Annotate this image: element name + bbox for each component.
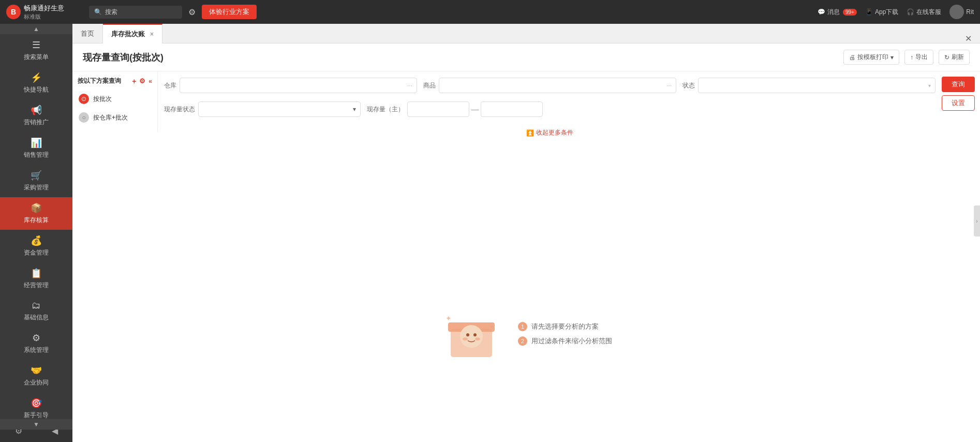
app-title: 畅康通好生意 [24,4,64,13]
phone-icon: 📱 [865,8,873,16]
step1-text: 请先选择要分析的方案 [531,322,599,331]
scheme-by-batch[interactable]: ⊙ 按批次 [72,90,157,108]
status-input[interactable]: ▾ [698,78,936,93]
inventory-status-input[interactable]: ▾ [198,101,361,117]
search-menu-icon: ☰ [32,39,40,51]
sidebar-item-operations[interactable]: 📋 经营管理 [0,262,72,295]
headset-icon: 🎧 [907,8,914,16]
add-scheme-icon[interactable]: + [132,77,136,85]
svg-point-5 [463,337,468,341]
sidebar-item-label: 企业协同 [24,378,49,387]
tab-home[interactable]: 首页 [72,24,103,43]
settings-scheme-icon[interactable]: ⚙ [139,77,145,85]
empty-illustration: ✦ ✦ [440,303,502,365]
status-field: 状态 ▾ [682,78,936,93]
query-button[interactable]: 查询 [942,77,975,92]
print-button[interactable]: 🖨 按模板打印 ▾ [843,50,899,65]
online-service-label: 在线客服 [916,8,941,17]
collapse-button[interactable]: ⏫ 收起更多条件 [158,125,942,140]
sidebar-scroll-down[interactable]: ▼ [0,419,72,430]
message-button[interactable]: 💬 消息 99+ [818,8,857,17]
sidebar-item-finance[interactable]: 💰 资金管理 [0,230,72,262]
app-download-button[interactable]: 📱 App下载 [865,8,898,17]
inventory-icon: 📦 [31,202,42,214]
svg-point-4 [473,333,477,336]
empty-step2: 2 用过滤条件来缩小分析范围 [518,336,612,346]
gear-icon[interactable]: ⚙ [186,5,198,19]
settings-button[interactable]: 设置 [942,95,975,111]
online-service-button[interactable]: 🎧 在线客服 [907,8,941,17]
main-layout: ▲ ☰ 搜索菜单 ⚡ 快捷导航 📢 营销推广 📊 销售管理 🛒 采购管理 [0,24,980,442]
main-close-icon[interactable]: ✕ [965,33,972,43]
sidebar-item-label: 系统管理 [24,346,49,355]
refresh-button[interactable]: ↻ 刷新 [939,50,970,65]
inventory-status-label: 现存量状态 [164,105,195,114]
svg-text:✦: ✦ [489,324,494,330]
logo-icon: B [6,5,21,19]
sidebar: ▲ ☰ 搜索菜单 ⚡ 快捷导航 📢 营销推广 📊 销售管理 🛒 采购管理 [0,24,72,442]
filter-scheme-sidebar: 按以下方案查询 + ⚙ « ⊙ 按批次 ○ [72,71,158,132]
sidebar-item-label: 营销推广 [24,118,49,127]
filter-row-1: 仓库 ··· 商品 ··· [158,71,942,96]
sales-icon: 📊 [31,137,42,149]
sidebar-item-purchase[interactable]: 🛒 采购管理 [0,165,72,197]
export-button[interactable]: ↑ 导出 [904,50,933,65]
page-header: 现存量查询(按批次) 🖨 按模板打印 ▾ ↑ 导出 ↻ 刷新 [72,43,980,71]
system-icon: ⚙ [32,332,40,344]
filter-sidebar-title: 按以下方案查询 [78,77,121,85]
sidebar-item-marketing[interactable]: 📢 营销推广 [0,99,72,132]
topbar-right: 💬 消息 99+ 📱 App下载 🎧 在线客服 Rit [818,5,974,19]
inventory-main-label: 现存量（主） [367,105,404,114]
guide-icon: 🎯 [31,397,42,409]
topbar: B 畅康通好生意 标准版 🔍 搜索 ⚙ 体验行业方案 💬 消息 99+ 📱 Ap… [0,0,980,24]
scheme-icon-gray: ○ [79,112,89,123]
content-area: 首页 库存批次账 × ✕ 现存量查询(按批次) 🖨 按模板打印 ▾ [72,24,980,442]
sidebar-item-quick-nav[interactable]: ⚡ 快捷导航 [0,67,72,99]
filter-fields-area: 仓库 ··· 商品 ··· [158,71,942,140]
app-download-label: App下载 [875,8,898,17]
sidebar-item-basic-info[interactable]: 🗂 基础信息 [0,295,72,327]
finance-icon: 💰 [31,235,42,246]
product-label: 商品 [423,81,436,90]
warehouse-input[interactable]: ··· [180,78,417,93]
empty-text: 1 请先选择要分析的方案 2 用过滤条件来缩小分析范围 [518,322,612,346]
user-avatar[interactable]: Rit [949,5,974,19]
warehouse-field: 仓库 ··· [164,78,417,93]
scheme-icon: ⊙ [79,94,89,104]
trial-button[interactable]: 体验行业方案 [202,5,257,19]
sidebar-item-label: 库存核算 [24,216,49,225]
filter-content-wrapper: 按以下方案查询 + ⚙ « ⊙ 按批次 ○ [72,71,980,226]
refresh-icon: ↻ [944,54,949,61]
right-panel-toggle[interactable]: › [974,205,980,237]
sidebar-scroll-up[interactable]: ▲ [0,24,72,34]
product-field: 商品 ··· [423,78,676,93]
print-dropdown-icon: ▾ [890,54,894,61]
message-label: 消息 [827,8,840,17]
scheme-by-warehouse-batch[interactable]: ○ 按仓库+批次 [72,108,157,127]
collapse-scheme-icon[interactable]: « [149,78,152,85]
tab-inventory-batch[interactable]: 库存批次账 × [103,24,162,43]
message-badge: 99+ [843,9,857,16]
sidebar-item-enterprise[interactable]: 🤝 企业协同 [0,360,72,392]
empty-step1: 1 请先选择要分析的方案 [518,322,612,331]
tab-close-icon[interactable]: × [150,31,154,38]
sidebar-item-label: 销售管理 [24,151,49,159]
inventory-main-field: 现存量（主） — [367,101,936,117]
sidebar-item-system[interactable]: ⚙ 系统管理 [0,327,72,360]
step2-text: 用过滤条件来缩小分析范围 [531,336,612,346]
inventory-main-from[interactable] [407,101,469,117]
export-icon: ↑ [910,54,913,61]
sidebar-item-label: 资金管理 [24,248,49,257]
sidebar-item-label: 基础信息 [24,313,49,322]
search-bar[interactable]: 🔍 搜索 [89,6,182,19]
svg-point-3 [466,333,469,336]
collapse-up-icon: ⏫ [526,129,534,137]
filter-row-2: 现存量状态 ▾ 现存量（主） — [158,101,942,120]
sidebar-item-search-menu[interactable]: ☰ 搜索菜单 [0,34,72,67]
status-label: 状态 [682,81,695,90]
sidebar-item-sales[interactable]: 📊 销售管理 [0,132,72,165]
marketing-icon: 📢 [31,105,42,116]
product-input[interactable]: ··· [439,78,676,93]
sidebar-item-inventory[interactable]: 📦 库存核算 [0,197,72,230]
inventory-main-to[interactable] [481,101,543,117]
